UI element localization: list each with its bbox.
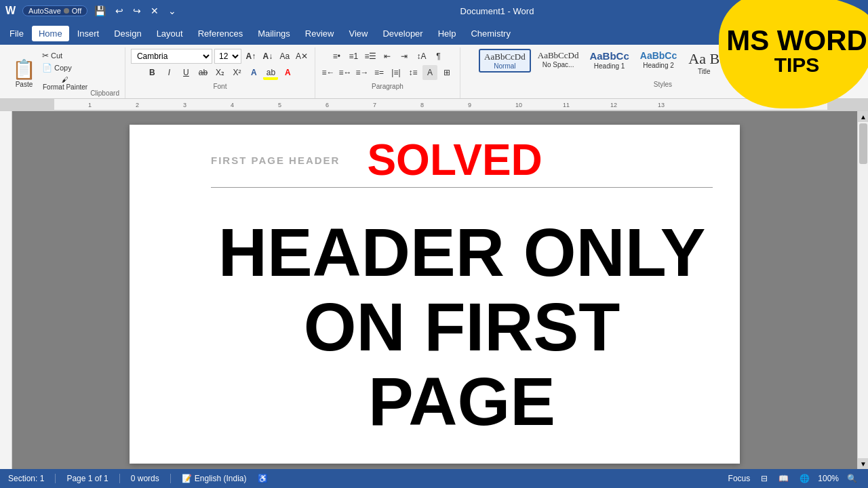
superscript-button[interactable]: X² (229, 65, 244, 80)
body-line1: HEADER ONLY (211, 215, 713, 289)
justify-button[interactable]: ≡= (372, 65, 387, 80)
font-color-button[interactable]: A (280, 65, 295, 80)
style-heading1-preview: AaBbCc (589, 50, 629, 62)
clear-format-button[interactable]: A✕ (294, 49, 309, 64)
title-bar-left: W AutoSave Off 💾 ↩ ↪ ✕ ⌄ (5, 4, 179, 18)
style-subtle-em[interactable]: AaBbCcDd Subtle Em... (782, 49, 833, 70)
strikethrough-button[interactable]: ab (195, 65, 210, 80)
style-title-preview: Aa B (688, 50, 719, 68)
styles-scroll-up-icon: ▲ (838, 49, 845, 59)
menu-mailings[interactable]: Mailings (251, 26, 297, 41)
read-view-button[interactable]: 📖 (776, 472, 791, 485)
style-heading2-label: Heading 2 (643, 62, 674, 69)
autosave-dot (64, 8, 69, 14)
close-x-icon[interactable]: ✕ (148, 4, 161, 18)
font-family-select[interactable]: Cambria (131, 49, 212, 64)
redo-icon[interactable]: ↪ (130, 4, 144, 18)
scroll-up-button[interactable]: ▲ (858, 111, 868, 122)
vertical-scrollbar[interactable]: ▲ ▼ (857, 111, 868, 469)
italic-button[interactable]: I (161, 65, 176, 80)
format-painter-button[interactable]: 🖌 Format Painter (40, 75, 90, 92)
menu-review[interactable]: Review (298, 26, 341, 41)
para-row-2: ≡← ≡↔ ≡→ ≡= |≡| ↕≡ A ⊞ (321, 65, 454, 80)
window-close-icon[interactable]: ✕ (849, 4, 863, 18)
underline-button[interactable]: U (178, 65, 193, 80)
increase-indent-button[interactable]: ⇥ (397, 49, 412, 64)
align-center-button[interactable]: ≡↔ (338, 65, 353, 80)
style-subtle-em-label: Subtle Em... (789, 61, 825, 68)
accessibility-status: ♿ (258, 474, 268, 483)
copy-button[interactable]: 📄 Copy (40, 62, 90, 73)
menu-developer[interactable]: Developer (376, 26, 429, 41)
case-button[interactable]: Aa (277, 49, 292, 64)
grow-font-button[interactable]: A↑ (243, 49, 258, 64)
autosave-label: AutoSave (28, 7, 61, 15)
restore-icon[interactable]: □ (833, 4, 844, 18)
style-heading1[interactable]: AaBbCc Heading 1 (585, 49, 633, 71)
minimize-icon[interactable]: ─ (815, 4, 827, 18)
layout-view-button[interactable]: ⊟ (758, 472, 770, 485)
align-left-button[interactable]: ≡← (321, 65, 336, 80)
show-marks-button[interactable]: ¶ (431, 49, 446, 64)
menu-chemistry[interactable]: Chemistry (464, 26, 517, 41)
cut-button[interactable]: ✂ Cut (40, 50, 90, 61)
styles-expand-icon: ⊞ (839, 69, 844, 79)
sort-button[interactable]: ↕A (414, 49, 429, 64)
zoom-button[interactable]: 🔍 (844, 472, 860, 485)
menu-view[interactable]: View (342, 26, 374, 41)
undo-icon[interactable]: ↩ (113, 4, 126, 18)
autosave-badge[interactable]: AutoSave Off (22, 5, 87, 16)
document-area[interactable]: FIRST PAGE HEADER SOLVED HEADER ONLY ON … (12, 111, 857, 469)
scroll-thumb[interactable] (859, 123, 867, 164)
menu-design[interactable]: Design (107, 26, 148, 41)
scroll-track[interactable] (858, 122, 868, 458)
style-heading2[interactable]: AaBbCc Heading 2 (636, 49, 681, 70)
bullets-button[interactable]: ≡• (329, 49, 344, 64)
clipboard-group: 📋 Paste ✂ Cut 📄 Copy 🖌 Format Painter Cl… (3, 47, 125, 98)
line-spacing-button[interactable]: ↕≡ (406, 65, 420, 80)
menu-references[interactable]: References (191, 26, 250, 41)
search-input[interactable] (745, 28, 846, 39)
shading-button[interactable]: A (422, 65, 437, 80)
borders-button[interactable]: ⊞ (439, 65, 454, 80)
style-subtitle[interactable]: AaBbCcDd Subtitle (727, 49, 778, 70)
style-no-space-preview: AaBbCcDd (538, 50, 579, 61)
copy-icon: 📄 (42, 63, 52, 73)
decrease-indent-button[interactable]: ⇤ (380, 49, 395, 64)
scroll-down-button[interactable]: ▼ (858, 458, 868, 469)
customize-icon[interactable]: ⌄ (165, 4, 179, 18)
align-right-button[interactable]: ≡→ (355, 65, 370, 80)
status-bar: Section: 1 Page 1 of 1 0 words 📝 English… (0, 469, 868, 488)
search-icon: 🔍 (730, 28, 741, 39)
style-no-space[interactable]: AaBbCcDd No Spac... (534, 49, 583, 70)
menu-file[interactable]: File (3, 26, 31, 41)
style-normal[interactable]: AaBbCcDd Normal (479, 49, 531, 73)
subscript-button[interactable]: X₂ (212, 65, 227, 80)
style-title[interactable]: Aa B Title (684, 49, 724, 77)
shrink-font-button[interactable]: A↓ (260, 49, 275, 64)
words-status: 0 words (131, 474, 159, 483)
bold-button[interactable]: B (144, 65, 159, 80)
focus-button[interactable]: Focus (726, 472, 753, 485)
menu-home[interactable]: Home (32, 26, 69, 41)
document-page[interactable]: FIRST PAGE HEADER SOLVED HEADER ONLY ON … (130, 125, 740, 464)
svg-text:6: 6 (326, 102, 329, 108)
menu-insert[interactable]: Insert (71, 26, 106, 41)
menu-help[interactable]: Help (431, 26, 463, 41)
font-size-select[interactable]: 12 (214, 49, 241, 64)
svg-text:1: 1 (88, 102, 92, 108)
paste-button[interactable]: 📋 Paste (8, 49, 40, 97)
text-effect-button[interactable]: A (246, 65, 261, 80)
save-icon[interactable]: 💾 (92, 4, 108, 18)
multilevel-list-button[interactable]: ≡☰ (363, 49, 378, 64)
highlight-button[interactable]: ab (263, 65, 278, 80)
columns-button[interactable]: |≡| (389, 65, 403, 80)
numbered-list-button[interactable]: ≡1 (346, 49, 361, 64)
menu-layout[interactable]: Layout (150, 26, 190, 41)
status-sep-1 (55, 474, 56, 483)
web-view-button[interactable]: 🌐 (797, 472, 812, 485)
style-heading2-preview: AaBbCc (640, 50, 677, 62)
styles-scroll-button[interactable]: ▲ ▼ ⊞ (836, 49, 847, 79)
solved-text: SOLVED (367, 138, 542, 182)
search-bar[interactable]: 🔍 (724, 26, 860, 41)
